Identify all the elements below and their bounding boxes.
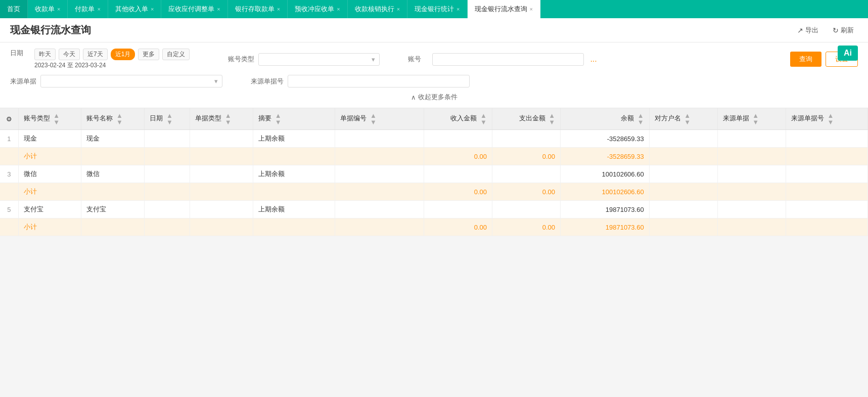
nav-close-8[interactable]: × xyxy=(456,6,460,12)
nav-item-8[interactable]: 现金银行统计 × xyxy=(407,0,467,18)
col-account-name-label: 账号名称 xyxy=(86,114,113,122)
row-source-doc-number xyxy=(786,130,867,148)
row-expense xyxy=(492,165,560,183)
row-summary xyxy=(253,218,335,236)
date-btn-custom[interactable]: 自定义 xyxy=(162,49,190,60)
nav-close-3[interactable]: × xyxy=(151,6,154,12)
date-btn-yesterday[interactable]: 昨天 xyxy=(34,49,56,60)
source-doc-select[interactable]: ▾ xyxy=(40,75,222,87)
sort-counterparty-icon: ▲▼ xyxy=(684,112,691,125)
row-expense xyxy=(492,130,560,148)
row-doc-number xyxy=(335,165,424,183)
refresh-button[interactable]: ↻ 刷新 xyxy=(829,24,858,37)
refresh-icon: ↻ xyxy=(833,26,839,34)
account-dots-button[interactable]: ... xyxy=(588,55,599,64)
col-income[interactable]: 收入金额 ▲▼ xyxy=(424,108,492,130)
table-settings-icon: ⚙ xyxy=(6,115,12,123)
col-doc-number-label: 单据编号 xyxy=(340,114,367,122)
row-counterparty xyxy=(649,218,717,236)
row-account-type: 小计 xyxy=(18,218,81,236)
collapse-bar[interactable]: ∧ 收起更多条件 xyxy=(10,93,858,102)
col-balance-label: 余额 xyxy=(621,114,634,122)
col-source-doc-label: 来源单据 xyxy=(723,114,749,122)
source-doc-filter: 来源单据 ▾ xyxy=(10,75,222,87)
col-source-doc-number-label: 来源单据号 xyxy=(791,114,824,122)
export-button[interactable]: ↗ 导出 xyxy=(793,24,823,37)
row-date xyxy=(145,130,190,148)
table-row[interactable]: 小计0.000.0019871073.60 xyxy=(0,218,868,236)
nav-item-3[interactable]: 其他收入单 × xyxy=(108,0,161,18)
refresh-label: 刷新 xyxy=(841,26,854,35)
nav-label-3: 其他收入单 xyxy=(115,5,148,14)
nav-close-2[interactable]: × xyxy=(97,6,100,12)
nav-home[interactable]: 首页 xyxy=(0,0,28,18)
date-btn-1month[interactable]: 近1月 xyxy=(111,49,135,60)
row-date xyxy=(145,165,190,183)
table-row[interactable]: 小计0.000.00-3528659.33 xyxy=(0,148,868,165)
row-index: 5 xyxy=(0,201,18,218)
nav-close-5[interactable]: × xyxy=(277,6,280,12)
row-income xyxy=(424,165,492,183)
nav-close-1[interactable]: × xyxy=(57,6,60,12)
ai-badge[interactable]: Ai xyxy=(838,46,858,61)
row-doc-number xyxy=(335,183,424,201)
row-balance: -3528659.33 xyxy=(561,130,650,148)
col-summary[interactable]: 摘要 ▲▼ xyxy=(253,108,335,130)
row-summary xyxy=(253,148,335,165)
row-income xyxy=(424,130,492,148)
nav-item-4[interactable]: 应收应付调整单 × xyxy=(161,0,227,18)
row-account-type: 小计 xyxy=(18,148,81,165)
col-doc-number[interactable]: 单据编号 ▲▼ xyxy=(335,108,424,130)
row-source-doc-number xyxy=(786,165,867,183)
top-nav: 首页 收款单 × 付款单 × 其他收入单 × 应收应付调整单 × 银行存取款单 … xyxy=(0,0,868,18)
table-row[interactable]: 1现金现金上期余额-3528659.33 xyxy=(0,130,868,148)
account-input[interactable] xyxy=(432,53,584,66)
col-expense[interactable]: 支出金额 ▲▼ xyxy=(492,108,560,130)
col-counterparty[interactable]: 对方户名 ▲▼ xyxy=(649,108,717,130)
date-btn-7days[interactable]: 近7天 xyxy=(83,49,108,60)
nav-close-4[interactable]: × xyxy=(217,6,220,12)
filter-area: 日期 昨天 今天 近7天 近1月 更多 自定义 2023-02-24 至 202… xyxy=(0,42,868,108)
account-type-select[interactable]: ▾ xyxy=(258,53,380,66)
col-date[interactable]: 日期 ▲▼ xyxy=(145,108,190,130)
nav-close-9[interactable]: × xyxy=(530,6,533,12)
col-source-doc[interactable]: 来源单据 ▲▼ xyxy=(717,108,786,130)
nav-item-6[interactable]: 预收冲应收单 × xyxy=(288,0,347,18)
col-doc-type[interactable]: 单据类型 ▲▼ xyxy=(190,108,253,130)
nav-close-6[interactable]: × xyxy=(337,6,340,12)
table-row[interactable]: 小计0.000.00100102606.60 xyxy=(0,183,868,201)
table-header-row: ⚙ 账号类型 ▲▼ 账号名称 ▲▼ 日期 ▲▼ 单据类型 ▲▼ xyxy=(0,108,868,130)
col-account-name[interactable]: 账号名称 ▲▼ xyxy=(81,108,145,130)
row-index: 1 xyxy=(0,130,18,148)
nav-item-2[interactable]: 付款单 × xyxy=(68,0,108,18)
row-source-doc xyxy=(717,201,786,218)
col-account-type[interactable]: 账号类型 ▲▼ xyxy=(18,108,81,130)
sort-date-icon: ▲▼ xyxy=(166,112,173,125)
source-doc-number-filter: 来源单据号 xyxy=(251,75,470,87)
col-source-doc-number[interactable]: 来源单据号 ▲▼ xyxy=(786,108,867,130)
nav-item-5[interactable]: 银行存取款单 × xyxy=(228,0,288,18)
date-range-display: 2023-02-24 至 2023-03-24 xyxy=(34,61,190,70)
row-income: 0.00 xyxy=(424,218,492,236)
nav-item-1[interactable]: 收款单 × xyxy=(28,0,68,18)
col-expense-label: 支出金额 xyxy=(519,114,545,122)
date-btn-more[interactable]: 更多 xyxy=(138,49,159,60)
page-title: 现金银行流水查询 xyxy=(10,23,91,37)
row-source-doc-number xyxy=(786,218,867,236)
nav-label-2: 付款单 xyxy=(75,5,95,14)
date-btn-today[interactable]: 今天 xyxy=(59,49,80,60)
row-summary: 上期余额 xyxy=(253,201,335,218)
sort-balance-icon: ▲▼ xyxy=(637,112,644,125)
page-header: 现金银行流水查询 ↗ 导出 ↻ 刷新 xyxy=(0,18,868,42)
table-row[interactable]: 5支付宝支付宝上期余额19871073.60 xyxy=(0,201,868,218)
col-balance[interactable]: 余额 ▲▼ xyxy=(561,108,650,130)
source-doc-number-input[interactable] xyxy=(288,75,470,87)
query-button[interactable]: 查询 xyxy=(790,52,821,67)
table-row[interactable]: 3微信微信上期余额100102606.60 xyxy=(0,165,868,183)
nav-item-9[interactable]: 现金银行流水查询 × xyxy=(468,0,540,18)
nav-item-7[interactable]: 收款核销执行 × xyxy=(348,0,407,18)
sort-summary-icon: ▲▼ xyxy=(275,112,282,125)
col-settings[interactable]: ⚙ xyxy=(0,108,18,130)
nav-close-7[interactable]: × xyxy=(397,6,400,12)
row-counterparty xyxy=(649,130,717,148)
